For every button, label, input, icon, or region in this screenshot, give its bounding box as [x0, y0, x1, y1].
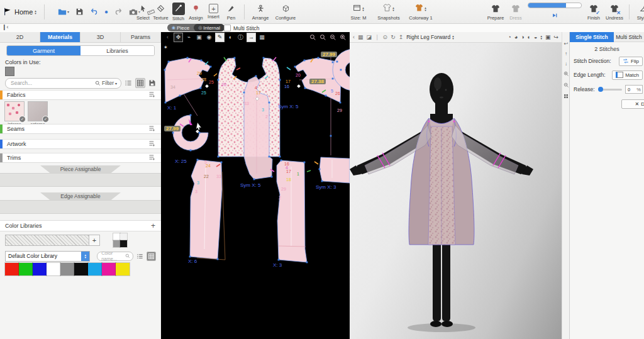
fabric-item[interactable]: ✓ esterno [28, 101, 47, 126]
color-swatch[interactable] [102, 263, 116, 275]
color-swatch[interactable] [5, 263, 19, 275]
grid-floor-icon[interactable]: ▦ [358, 34, 364, 40]
shadow-icon[interactable]: ◪ [367, 34, 372, 40]
view-angle-1-icon[interactable]: ◔ [508, 34, 511, 40]
size-control[interactable]: ▴▾ Size: M [345, 0, 372, 23]
move-up-icon[interactable]: ↑ [565, 51, 567, 57]
fabric-thumbnail[interactable]: ✓ [4, 101, 25, 121]
add-color-library-button[interactable]: + [151, 221, 155, 230]
arrange-button[interactable]: Arrange [249, 0, 272, 23]
open-folder-icon[interactable]: ▾ [58, 8, 69, 16]
assign-tool-button[interactable]: Assign [187, 0, 204, 23]
delete-stitch-button[interactable]: ✕ Delete [621, 99, 644, 109]
snapshots-control[interactable]: ▴▾ Snapshots [375, 0, 402, 23]
mini-swatch[interactable] [113, 233, 120, 240]
piece-assignable-tab[interactable]: Piece Assignable [40, 165, 121, 173]
play-to-end-icon[interactable] [552, 9, 558, 21]
multi-stitch-toggle[interactable]: Multi Stitch [224, 25, 260, 31]
progress-track[interactable] [528, 3, 582, 8]
pop-out-icon[interactable]: ↪ [553, 34, 558, 40]
tab-libraries[interactable]: Libraries [80, 46, 154, 55]
return-icon[interactable]: ↩ [564, 41, 569, 47]
avatar-canvas[interactable] [350, 32, 562, 339]
collapse-2d-icon[interactable]: ‹ [164, 33, 172, 42]
dress-button[interactable]: Dress [506, 0, 526, 23]
collapse-3d-icon[interactable]: ‹ [353, 34, 355, 40]
styling-button[interactable]: Styling [633, 0, 644, 23]
zoom-select-icon[interactable] [309, 33, 317, 42]
window-layout-icon[interactable]: ▣ [545, 34, 551, 40]
mini-swatch[interactable] [113, 240, 120, 247]
pattern-2d-view[interactable]: ‹ ✥ ⌁ ▣ ◉ ✎ ◐ ⓘ → ▦ ✶ [161, 32, 350, 339]
grid-tool-icon[interactable]: ▦ [258, 33, 266, 42]
collapse-left-icon[interactable]: ❙‹ [2, 24, 9, 30]
pose-select[interactable]: Right Leg Forward ▴▾ [406, 34, 453, 40]
tab-single-stitch[interactable]: Single Stitch [570, 32, 614, 42]
add-trim-icon[interactable] [148, 152, 156, 164]
internal-mode-option[interactable]: ◎ Internal [194, 24, 225, 31]
color-swatch[interactable] [74, 263, 88, 275]
colorway-control[interactable]: ▴▾ Colorway 1 [405, 0, 436, 23]
fabrics-section-header[interactable]: Fabrics [0, 90, 161, 100]
tab-multi-stitch[interactable]: Multi Stitch [614, 32, 644, 42]
color-swatch[interactable] [116, 263, 130, 275]
trims-section-header[interactable]: Trims [0, 153, 161, 163]
color-swatch[interactable] [33, 263, 47, 275]
home-stepper[interactable]: ▴▾ [35, 9, 36, 14]
color-swatch[interactable] [47, 263, 60, 275]
transform-tool-icon[interactable]: ✥ [174, 33, 183, 42]
color-libraries-header[interactable]: Color Libraries + [0, 220, 161, 231]
rotate-icon[interactable]: ↻ [391, 34, 396, 40]
simulation-progress[interactable] [528, 3, 581, 21]
undo-icon[interactable] [90, 8, 98, 16]
release-slider-knob[interactable] [598, 87, 603, 92]
flip-button[interactable]: Flip [619, 57, 643, 66]
home-menu[interactable]: Home [14, 8, 33, 16]
export-icon[interactable] [148, 79, 156, 87]
piece-mode-option[interactable]: ◉ Piece [167, 24, 194, 31]
list-view-icon[interactable] [125, 79, 132, 87]
artwork-section-header[interactable]: Artwork [0, 139, 161, 149]
color-swatch[interactable] [88, 263, 102, 275]
sphere-tool-icon[interactable]: ◉ [205, 33, 213, 42]
multi-stitch-checkbox[interactable] [224, 25, 231, 31]
color-name-search[interactable]: Color name... [97, 252, 133, 261]
view-stepper-icon[interactable]: ▴▾ [540, 35, 542, 40]
color-library-select[interactable]: Default Color Library ▴▾ [5, 251, 90, 262]
fabric-thumbnail[interactable]: ✓ [28, 101, 48, 121]
insert-tool-button[interactable]: + Insert [205, 0, 222, 23]
configure-button[interactable]: Configure [272, 0, 299, 23]
tab-3d[interactable]: 3D [80, 32, 121, 42]
stitch-tool-button[interactable]: Stitch [170, 0, 187, 23]
grid-view-icon[interactable] [135, 78, 145, 88]
arrow-tool-icon[interactable]: → [247, 33, 256, 42]
focus-icon[interactable]: ⊙ [383, 34, 388, 40]
fabric-item[interactable]: ✓ interno [5, 101, 24, 126]
mini-swatch[interactable] [120, 233, 127, 240]
tab-params[interactable]: Params [121, 32, 161, 42]
zoom-region-icon[interactable] [319, 33, 327, 42]
add-swatch-button[interactable]: + [89, 235, 100, 246]
tab-garment[interactable]: Garment [7, 46, 80, 55]
release-slider[interactable] [599, 89, 622, 91]
zoom-in-icon[interactable] [339, 33, 347, 42]
list-view-icon[interactable] [136, 253, 143, 260]
view-angle-4-icon[interactable]: ◐ [528, 34, 531, 40]
texture-tool-button[interactable]: Texture [152, 0, 169, 23]
search-input[interactable]: Search... Filter▾ [5, 78, 121, 89]
redo-icon[interactable] [114, 8, 123, 16]
save-icon[interactable] [75, 8, 84, 16]
view-angle-2-icon[interactable]: ◕ [514, 34, 518, 40]
filter-button[interactable]: Filter▾ [95, 80, 117, 86]
undress-button[interactable]: ✕ Undress [604, 0, 625, 23]
color-swatch[interactable] [19, 263, 33, 275]
add-artwork-icon[interactable] [148, 138, 156, 150]
quad-view-icon[interactable] [564, 94, 569, 100]
finish-button[interactable]: ✓ Finish [584, 0, 604, 23]
select-tool-button[interactable]: Select [135, 0, 152, 23]
contrast-tool-icon[interactable]: ◐ [226, 33, 235, 42]
image-tool-icon[interactable]: ▣ [195, 33, 203, 42]
info-tool-icon[interactable]: ⓘ [236, 33, 245, 42]
piece-assignable-zone[interactable] [0, 173, 161, 187]
stitch-wand-icon[interactable]: ⌁ [185, 33, 193, 42]
